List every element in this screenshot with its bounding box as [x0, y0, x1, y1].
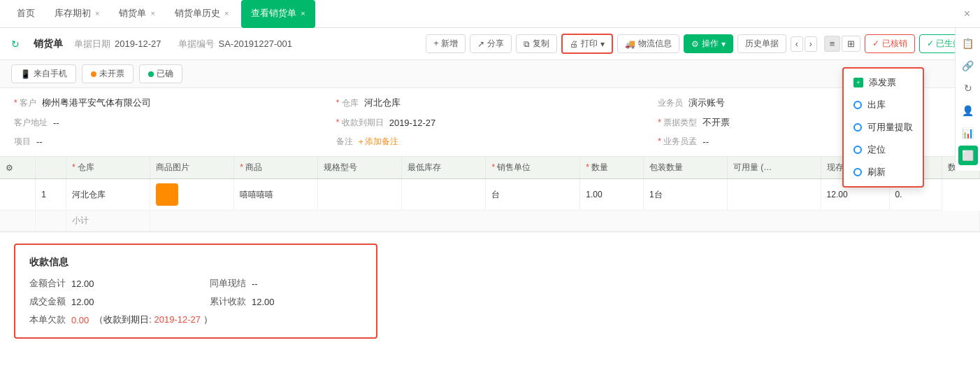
row-quantity: 1.00 [580, 179, 644, 211]
row-available [727, 179, 821, 211]
locate-icon [853, 146, 862, 154]
product-image [156, 183, 178, 206]
sidebar-icon-clipboard[interactable]: 📋 [958, 34, 978, 53]
date-value: 2019-12-27 [115, 38, 161, 49]
next-button[interactable]: › [805, 36, 817, 52]
toolbar-row: 📱 来自手机 未开票 已确 [0, 60, 980, 88]
payment-title: 收款信息 [29, 256, 362, 269]
col-gear[interactable]: ⚙ [0, 157, 36, 179]
close-sales-order[interactable]: × [150, 9, 154, 17]
history-button[interactable]: 历史单据 [737, 34, 786, 53]
tab-home[interactable]: 首页 [7, 0, 45, 28]
tab-bar: 首页 库存期初 × 销货单 × 销货单历史 × 查看销货单 × × [0, 0, 980, 28]
product-table-wrapper: ⚙ 仓库 商品图片 商品 规格型号 最低库存 销售单位 数量 包装数量 可用量 … [0, 157, 980, 232]
print-icon: 🖨 [570, 39, 578, 49]
new-button[interactable]: + 新增 [426, 34, 465, 53]
tab-sales-history[interactable]: 销货单历史 × [165, 0, 238, 28]
share-button[interactable]: ↗ 分享 [470, 34, 512, 53]
logistics-icon: 🚚 [625, 39, 635, 49]
transaction-amount-value: 12.00 [71, 297, 94, 307]
row-warehouse: 河北仓库 [66, 179, 150, 211]
row-product-img [150, 179, 234, 211]
dropdown-out-warehouse[interactable]: 出库 [844, 94, 923, 116]
payment-date-value: 2019-12-27 [389, 118, 436, 128]
note-field: 备注 + 添加备注 [336, 136, 644, 148]
sidebar-icon-chart[interactable]: 📊 [958, 123, 978, 143]
address-label: 客户地址 [14, 117, 48, 129]
transaction-amount-row: 成交金额 12.00 [29, 295, 182, 308]
salesperson2-label: 业务员孟 [658, 136, 697, 148]
payment-section: 收款信息 金额合计 12.00 同单现结 -- 成交金额 12.00 累计收款 … [0, 232, 980, 350]
copy-button[interactable]: ⧉ 复制 [516, 34, 557, 53]
not-opened-button[interactable]: 未开票 [82, 64, 134, 83]
add-invoice-icon: + [853, 78, 863, 87]
dropdown-locate[interactable]: 定位 [844, 139, 923, 161]
product-table: ⚙ 仓库 商品图片 商品 规格型号 最低库存 销售单位 数量 包装数量 可用量 … [0, 157, 980, 232]
subtotal-label [0, 211, 36, 232]
dropdown-add-invoice[interactable]: + 添发票 [844, 71, 923, 94]
row-min-stock [402, 179, 486, 211]
cancelled-status: ✓ 已核销 [865, 34, 914, 53]
row-gear [0, 179, 36, 211]
col-sales-unit: 销售单位 [486, 157, 580, 179]
tab-sales-order[interactable]: 销货单 × [109, 0, 164, 28]
note-label: 备注 [336, 136, 353, 148]
address-value: -- [53, 118, 59, 128]
row-num: 1 [36, 179, 66, 211]
plus-icon: + [359, 137, 363, 147]
same-order-value: -- [252, 279, 258, 289]
logistics-button[interactable]: 🚚 物流信息 [617, 34, 679, 53]
project-label: 项目 [14, 136, 31, 148]
prev-button[interactable]: ‹ [791, 36, 803, 52]
col-min-stock: 最低库存 [402, 157, 486, 179]
project-value: -- [36, 136, 43, 147]
gear-icon: ⚙ [6, 163, 13, 173]
doc-type-icon: ↻ [11, 38, 20, 50]
same-order-row: 同单现结 -- [210, 277, 362, 290]
sidebar-icon-person[interactable]: 👤 [958, 101, 978, 120]
print-button[interactable]: 🖨 打印 ▾ [561, 34, 613, 54]
customer-value: 柳州粤港平安气体有限公司 [42, 97, 151, 109]
customer-field: 客户 柳州粤港平安气体有限公司 [14, 97, 322, 109]
subtotal-row: 小计 [0, 211, 980, 232]
form-area: 客户 柳州粤港平安气体有限公司 仓库 河北仓库 业务员 演示账号 客户地址 --… [0, 88, 980, 157]
dropdown-refresh[interactable]: 刷新 [844, 161, 923, 183]
doc-type-label: 销货单 [34, 38, 63, 50]
tab-view-sales[interactable]: 查看销货单 × [241, 0, 315, 28]
list-view-button[interactable]: ≡ [824, 36, 841, 52]
warehouse-field: 仓库 河北仓库 [336, 97, 644, 109]
add-note-button[interactable]: + 添加备注 [359, 136, 398, 148]
cumulative-payment-row: 累计收款 12.00 [210, 295, 362, 308]
available-qty-icon [853, 123, 862, 132]
grid-view-button[interactable]: ⊞ [842, 36, 860, 52]
tab-inventory-init[interactable]: 库存期初 × [45, 0, 109, 28]
close-sales-history[interactable]: × [224, 9, 229, 17]
row-sales-unit: 台 [486, 179, 580, 211]
close-view-sales[interactable]: × [301, 9, 305, 17]
out-warehouse-icon [853, 101, 862, 109]
doc-actions: + 新增 ↗ 分享 ⧉ 复制 🖨 打印 ▾ 🚚 物流信息 ⚙ 操作 ▾ [426, 34, 969, 54]
document-header: ↻ 销货单 单据日期 2019-12-27 单据编号 SA-20191227-0… [0, 28, 980, 60]
subtotal-cells [150, 211, 980, 232]
row-spec [318, 179, 402, 211]
operation-button[interactable]: ⚙ 操作 ▾ [684, 34, 733, 53]
arrears-row: 本单欠款 0.00 （收款到期日: 2019-12-27 ） [29, 314, 362, 326]
col-pack-qty: 包装数量 [643, 157, 727, 179]
address-field: 客户地址 -- [14, 116, 322, 129]
sidebar-icon-expand[interactable]: ⬜ [958, 146, 978, 165]
payment-date-field: 收款到期日 2019-12-27 [336, 116, 644, 129]
doc-meta: 单据日期 2019-12-27 单据编号 SA-20191227-001 [74, 38, 292, 50]
copy-icon: ⧉ [524, 39, 530, 49]
dropdown-available-qty[interactable]: 可用量提取 [844, 116, 923, 139]
project-field: 项目 -- [14, 136, 322, 148]
nav-arrows: ‹ › [791, 36, 817, 52]
close-inventory-init[interactable]: × [95, 9, 99, 17]
confirm-button[interactable]: 已确 [139, 64, 182, 83]
operation-dropdown-arrow: ▾ [721, 39, 726, 49]
doc-title-area: ↻ 销货单 单据日期 2019-12-27 单据编号 SA-20191227-0… [11, 38, 292, 50]
close-all-tabs[interactable]: × [961, 5, 973, 23]
sidebar-icon-refresh[interactable]: ↻ [958, 78, 978, 98]
refresh-icon [853, 168, 862, 176]
from-phone-button[interactable]: 📱 来自手机 [11, 64, 76, 83]
sidebar-icon-link[interactable]: 🔗 [958, 56, 978, 76]
